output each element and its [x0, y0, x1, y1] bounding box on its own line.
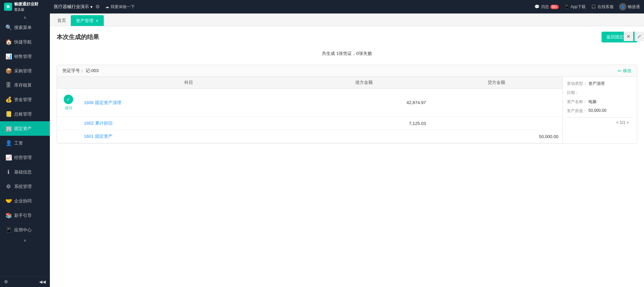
message-button[interactable]: 💬 消息 99+: [534, 4, 559, 10]
table-row: ✓ 成功 1606 固定资产清理 42,874.97: [57, 89, 562, 117]
app-download-button[interactable]: 📱 App下载: [564, 4, 586, 10]
tab-label: 资产管理: [76, 18, 93, 24]
user-info[interactable]: 👤 畅捷通: [619, 3, 640, 10]
sidebar-item-label: 企业协同: [14, 198, 32, 204]
tab-asset-management[interactable]: 资产管理 ✕: [71, 15, 104, 26]
voucher-table: 科目 借方金额 贷方金额 ✓: [57, 77, 563, 143]
success-icon: ✓: [64, 95, 73, 104]
sidebar-item-label: 固定资产: [14, 126, 32, 132]
page-content: 本次生成的结果 返回固定资产 共生成 1张凭证，0张失败 凭证字号： 记-003…: [50, 26, 644, 287]
summary-text: 共生成 1张凭证，0张失败: [57, 48, 637, 59]
guide-icon: 📚: [5, 212, 11, 219]
sidebar-item-funds[interactable]: 💰 资金管理: [0, 92, 50, 107]
money-icon: 💰: [5, 96, 11, 103]
voucher-data-table: 科目 借方金额 贷方金额 ✓: [57, 77, 562, 143]
prev-page-icon[interactable]: <: [616, 120, 619, 125]
handshake-icon: 🤝: [5, 198, 11, 204]
side-row-date: 日期：: [567, 90, 633, 96]
sidebar-item-label: 总账管理: [14, 111, 32, 117]
person-icon: 👤: [5, 140, 11, 146]
sidebar-item-label: 销售管理: [14, 54, 32, 60]
sidebar-scroll-up[interactable]: ▲: [0, 13, 50, 20]
edit-icon: ✏: [618, 68, 621, 73]
header-settings-icon[interactable]: ⚙: [95, 4, 100, 10]
main-layout: ▲ 🔍 搜索菜单 🏠 快捷导航 📊 销售管理 📦 采购管理 🗄 库存核算 💰 资…: [0, 13, 644, 287]
change-type-value: 资产清理: [588, 81, 605, 87]
edit-label: 修改: [623, 68, 632, 74]
voucher-header: 凭证字号： 记-003 ✏ 修改: [57, 65, 637, 77]
row-subject: 1601 固定资产: [80, 130, 298, 143]
voucher-no-value: 记-003: [86, 68, 99, 73]
sidebar-item-app-center[interactable]: 📱 应用中心: [0, 223, 50, 237]
row-credit: [430, 117, 562, 130]
header-right-actions: 💬 消息 99+ 📱 App下载 🎧 在线客服 👤 畅捷通: [534, 3, 640, 10]
home-icon: 🏠: [5, 39, 11, 45]
col-subject: 科目: [80, 77, 298, 89]
company-selector[interactable]: 医疗器械行业演示 ▾: [54, 4, 93, 10]
app-icon: 📱: [5, 227, 11, 233]
table-row: 1602 累计折旧 7,125.03: [57, 117, 562, 130]
col-credit: 贷方金额: [430, 77, 562, 89]
edit-button[interactable]: ✏ 修改: [618, 68, 632, 74]
sidebar-item-purchase[interactable]: 📦 采购管理: [0, 64, 50, 78]
app-logo: 畅 畅捷通好业财 普及版: [4, 1, 51, 12]
close-panel-button[interactable]: ✕: [624, 32, 633, 41]
pagination[interactable]: < 1/1 >: [567, 117, 633, 128]
phone-icon: 📱: [564, 4, 569, 9]
sidebar: ▲ 🔍 搜索菜单 🏠 快捷导航 📊 销售管理 📦 采购管理 🗄 库存核算 💰 资…: [0, 13, 50, 287]
date-label: 日期：: [567, 90, 579, 96]
online-service-button[interactable]: 🎧 在线客服: [591, 4, 614, 10]
logo-edition: 普及版: [14, 7, 38, 12]
sidebar-item-label: 快捷导航: [14, 39, 32, 45]
sidebar-item-guide[interactable]: 📚 新手引导: [0, 208, 50, 223]
asset-name-label: 资产名称：: [567, 99, 587, 105]
page-header: 本次生成的结果 返回固定资产: [57, 32, 637, 42]
experience-banner[interactable]: ☁ 我要体验一下: [105, 4, 135, 10]
sidebar-item-label: 基础信息: [14, 169, 32, 175]
sidebar-scroll-down[interactable]: ▼: [0, 237, 50, 244]
row-debit: 42,874.97: [298, 89, 430, 117]
sidebar-item-management[interactable]: 📈 经营管理: [0, 150, 50, 165]
side-controls: ✕ ⤢: [624, 32, 644, 41]
tab-close-icon[interactable]: ✕: [95, 19, 99, 23]
tab-home-label: 首页: [57, 18, 66, 24]
sidebar-item-ledger[interactable]: 📒 总账管理: [0, 107, 50, 121]
table-row: 1601 固定资产 50,000.00: [57, 130, 562, 143]
next-page-icon[interactable]: >: [626, 120, 629, 125]
inventory-icon: 🗄: [5, 82, 11, 88]
sidebar-item-label: 应用中心: [14, 227, 32, 233]
sidebar-bottom: ⚙ ◀◀: [0, 276, 50, 287]
sidebar-settings-icon[interactable]: ⚙: [4, 279, 8, 284]
content-area: 首页 资产管理 ✕ 本次生成的结果 返回固定资产 共生成 1张凭证，0张失败: [50, 13, 644, 287]
sidebar-item-label: 工资: [14, 140, 23, 146]
book-icon: 📒: [5, 111, 11, 117]
building-icon: 🏢: [5, 125, 11, 132]
tab-home[interactable]: 首页: [53, 15, 71, 26]
row-debit: 7,125.03: [298, 117, 430, 130]
trending-icon: 📈: [5, 154, 11, 161]
expand-panel-button[interactable]: ⤢: [635, 32, 644, 41]
message-label: 消息: [541, 4, 549, 10]
success-label: 成功: [65, 105, 72, 110]
sidebar-item-quick-nav[interactable]: 🏠 快捷导航: [0, 35, 50, 49]
sidebar-item-salary[interactable]: 👤 工资: [0, 136, 50, 150]
asset-value-label: 资产原值：: [567, 108, 587, 114]
dropdown-icon: ▾: [90, 4, 93, 9]
sidebar-item-search-menu[interactable]: 🔍 搜索菜单: [0, 20, 50, 35]
sidebar-item-fixed-assets[interactable]: 🏢 固定资产: [0, 121, 50, 136]
sidebar-item-sales[interactable]: 📊 销售管理: [0, 49, 50, 64]
sidebar-item-inventory[interactable]: 🗄 库存核算: [0, 78, 50, 92]
user-name: 畅捷通: [628, 4, 640, 10]
row-subject: 1606 固定资产清理: [80, 89, 298, 117]
sidebar-collapse-icon[interactable]: ◀◀: [39, 279, 46, 284]
sidebar-item-basic-info[interactable]: ℹ 基础信息: [0, 165, 50, 179]
sidebar-item-enterprise[interactable]: 🤝 企业协同: [0, 194, 50, 208]
voucher-section: 凭证字号： 记-003 ✏ 修改: [57, 65, 637, 144]
sidebar-item-system[interactable]: ⚙ 系统管理: [0, 179, 50, 194]
asset-value-value: 50,000.00: [588, 108, 606, 113]
company-name: 医疗器械行业演示: [54, 4, 89, 10]
side-row-asset-value: 资产原值： 50,000.00: [567, 108, 633, 114]
message-badge: 99+: [550, 5, 559, 9]
row-credit: [430, 89, 562, 117]
row-status-empty: [57, 130, 80, 143]
